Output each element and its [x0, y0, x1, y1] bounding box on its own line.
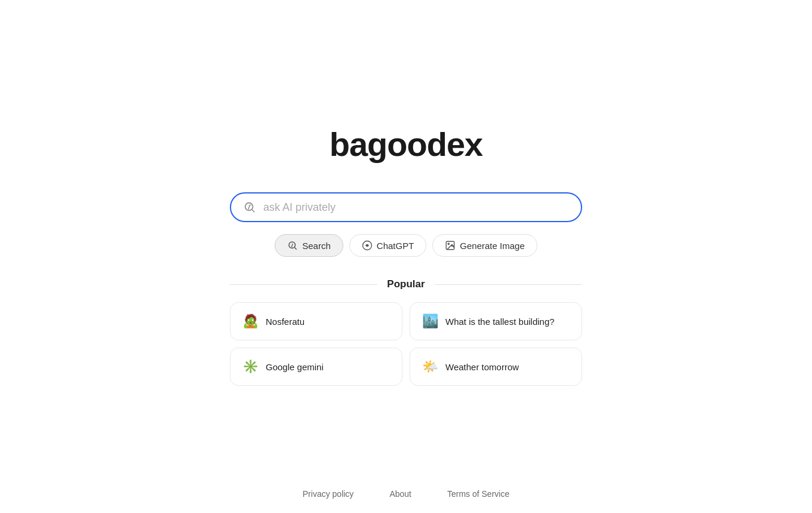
popular-section: Popular 🧟 Nosferatu 🏙️ What is the talle… — [230, 278, 582, 386]
search-input[interactable] — [263, 201, 569, 214]
ai-search-icon — [243, 201, 256, 214]
popular-card-tallest-building[interactable]: 🏙️ What is the tallest building? — [410, 302, 582, 340]
divider-right — [435, 284, 582, 285]
nosferatu-text: Nosferatu — [266, 317, 304, 327]
divider-left — [230, 284, 377, 285]
chatgpt-label: ChatGPT — [377, 241, 414, 251]
popular-title: Popular — [377, 278, 434, 290]
svg-point-2 — [250, 204, 251, 205]
tallest-building-emoji: 🏙️ — [422, 314, 438, 329]
svg-line-4 — [295, 247, 297, 249]
search-box — [230, 192, 582, 222]
main-content: bagoodex Se — [0, 0, 812, 475]
about-link[interactable]: About — [389, 489, 411, 499]
search-container — [230, 192, 582, 222]
generate-image-button[interactable]: Generate Image — [432, 234, 537, 257]
popular-card-nosferatu[interactable]: 🧟 Nosferatu — [230, 302, 402, 340]
search-button[interactable]: Search — [275, 234, 343, 257]
weather-tomorrow-text: Weather tomorrow — [445, 362, 519, 372]
privacy-policy-link[interactable]: Privacy policy — [303, 489, 354, 499]
svg-line-1 — [252, 210, 254, 212]
terms-link[interactable]: Terms of Service — [447, 489, 509, 499]
google-gemini-emoji: ✳️ — [242, 359, 259, 374]
chatgpt-button[interactable]: ChatGPT — [349, 234, 427, 257]
generate-image-label: Generate Image — [460, 241, 524, 251]
popular-grid: 🧟 Nosferatu 🏙️ What is the tallest build… — [230, 302, 582, 386]
logo: bagoodex — [330, 125, 482, 164]
popular-card-google-gemini[interactable]: ✳️ Google gemini — [230, 348, 402, 386]
popular-card-weather-tomorrow[interactable]: 🌤️ Weather tomorrow — [410, 348, 582, 386]
search-icon — [287, 240, 298, 251]
image-icon — [445, 240, 456, 251]
weather-tomorrow-emoji: 🌤️ — [422, 359, 438, 374]
action-buttons: Search ChatGPT Generate Image — [275, 234, 537, 257]
logo-text: bagoodex — [330, 125, 482, 163]
chatgpt-icon — [362, 240, 373, 251]
footer: Privacy policy About Terms of Service — [0, 475, 812, 513]
search-label: Search — [302, 241, 331, 251]
tallest-building-text: What is the tallest building? — [445, 317, 555, 327]
svg-point-6 — [448, 243, 450, 244]
nosferatu-emoji: 🧟 — [242, 314, 259, 329]
google-gemini-text: Google gemini — [266, 362, 324, 372]
popular-divider: Popular — [230, 278, 582, 290]
